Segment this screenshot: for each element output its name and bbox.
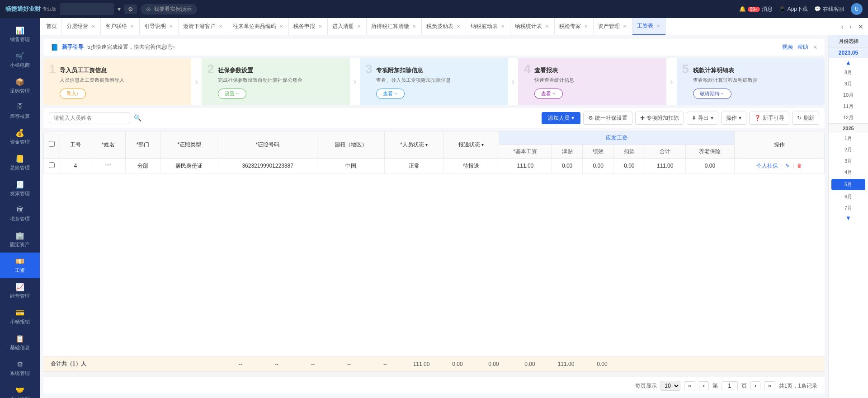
tab-clearance[interactable]: 进入清册 ✕	[328, 18, 367, 35]
sidebar-item-tax[interactable]: 🏛 税务管理	[0, 201, 40, 227]
sidebar-item-ecommerce[interactable]: 🛒 小畅电商	[0, 47, 40, 73]
unified-setting-button[interactable]: ⚙ 统一社保设置	[583, 112, 632, 125]
month-item-4[interactable]: 4月	[829, 167, 868, 178]
tab-invite[interactable]: 邀请下游客户 ✕	[179, 18, 228, 35]
export-button[interactable]: ⬇ 导出 ▾	[687, 112, 718, 125]
tab-close-guide[interactable]: ✕	[168, 23, 174, 29]
app-download-btn[interactable]: 📱 App下载	[779, 5, 808, 13]
tab-close-tax-expert[interactable]: ✕	[583, 23, 589, 29]
sidebar-item-salary[interactable]: 💴 工资	[0, 253, 40, 278]
month-item-7[interactable]: 7月	[829, 202, 868, 214]
tab-salary[interactable]: 工资表 ✕	[632, 18, 666, 35]
settings-icon[interactable]: ⚙	[124, 5, 137, 14]
sidebar-item-assets[interactable]: 🏢 固定资产	[0, 227, 40, 253]
prev-page-btn[interactable]: ‹	[699, 381, 709, 390]
sidebar-item-finance[interactable]: 💰 资金管理	[0, 124, 40, 150]
tab-client[interactable]: 客户联络 ✕	[101, 18, 140, 35]
avatar[interactable]: U	[851, 3, 863, 15]
sidebar-item-system[interactable]: ⚙ 系统管理	[0, 356, 40, 381]
sidebar-item-ledger[interactable]: 📒 总账管理	[0, 150, 40, 176]
step-1-btn[interactable]: 导入↑	[60, 89, 86, 99]
demo-link[interactable]: ⊙ 我要看实例演示	[141, 4, 197, 14]
step-4-btn[interactable]: 查看→	[534, 89, 563, 99]
tab-assets[interactable]: 资产管理 ✕	[594, 18, 632, 35]
next-page-btn[interactable]: ›	[750, 381, 760, 390]
month-item-5-active[interactable]: 5月	[831, 179, 865, 190]
tab-income-tax[interactable]: 所得税汇算清缴 ✕	[367, 18, 422, 35]
sidebar-item-operations[interactable]: 📈 经营管理	[0, 278, 40, 304]
intro-close-btn[interactable]: ✕	[813, 44, 817, 51]
step-3-btn[interactable]: 查看→	[376, 89, 405, 99]
tab-close-clearance[interactable]: ✕	[356, 23, 362, 29]
tab-tax-wave[interactable]: 纳税波动表 ✕	[466, 18, 510, 35]
table-scroll[interactable]: 工号 *姓名 *部门 *证照类型 *证照号码 国籍（地区） *人员状态 ▾ 报送…	[43, 131, 825, 356]
intro-help-btn[interactable]: 帮助	[797, 43, 808, 51]
tab-close-assets[interactable]: ✕	[622, 23, 627, 29]
row-action-personal[interactable]: 个人社保	[756, 163, 778, 169]
month-item-12[interactable]: 12月	[829, 112, 868, 123]
add-person-button[interactable]: 添加人员 ▾	[542, 112, 580, 124]
company-selector[interactable]	[60, 3, 114, 15]
step-5-btn[interactable]: 敬请期待→	[693, 89, 731, 99]
online-service-btn[interactable]: 💬 在线客服	[814, 5, 844, 13]
tab-scroll-left[interactable]: ‹	[839, 22, 846, 31]
page-number-input[interactable]	[722, 381, 738, 390]
sidebar-item-sales[interactable]: 📊 销售管理	[0, 22, 40, 47]
refresh-button[interactable]: ↻ 刷新	[792, 112, 819, 125]
month-item-11[interactable]: 11月	[829, 101, 868, 112]
tab-close-tax-burden[interactable]: ✕	[456, 23, 461, 29]
tab-close-income-tax[interactable]: ✕	[411, 23, 417, 29]
sidebar-item-basic[interactable]: 📋 基础信息	[0, 330, 40, 356]
tab-close-tax-report[interactable]: ✕	[317, 23, 323, 29]
tab-home[interactable]: 首页	[42, 18, 62, 35]
row-checkbox[interactable]	[49, 162, 55, 168]
tab-scroll-right[interactable]: ›	[847, 22, 854, 31]
per-page-select[interactable]: 10 20 50	[660, 381, 680, 391]
horizontal-scrollbar[interactable]	[43, 371, 825, 377]
step-2-btn[interactable]: 设置→	[218, 89, 246, 99]
row-action-delete[interactable]: 🗑	[797, 163, 802, 169]
sidebar-item-inventory[interactable]: 🗄 库存核算	[0, 99, 40, 124]
tab-tax-burden[interactable]: 税负波动表 ✕	[422, 18, 466, 35]
search-input[interactable]	[49, 112, 130, 123]
tab-tax-expert[interactable]: 税检专家 ✕	[555, 18, 594, 35]
month-item-1[interactable]: 1月	[829, 133, 868, 144]
special-deduction-button[interactable]: ✚ 专项附加扣除	[635, 112, 684, 125]
search-button[interactable]: 🔍	[134, 114, 142, 122]
th-checkbox[interactable]	[44, 131, 60, 158]
tab-close-invite[interactable]: ✕	[218, 23, 223, 29]
notification-btn[interactable]: 🔔 99+ 99+ 消息	[739, 5, 773, 13]
last-page-btn[interactable]: »	[764, 381, 775, 390]
select-all-checkbox[interactable]	[49, 141, 55, 147]
sidebar-item-invoice[interactable]: 🧾 发票管理	[0, 176, 40, 201]
tab-tax-report[interactable]: 税务申报 ✕	[289, 18, 328, 35]
sidebar-item-collab[interactable]: 🤝 企业协同	[0, 381, 40, 398]
tab-close-product-code[interactable]: ✕	[278, 23, 284, 29]
tab-tax-stats[interactable]: 纳税统计表 ✕	[510, 18, 555, 35]
tab-close-salary[interactable]: ✕	[656, 23, 661, 29]
guide-button[interactable]: ❓ 新手引导	[749, 112, 789, 125]
sidebar-item-purchase[interactable]: 📦 采购管理	[0, 73, 40, 99]
tab-close-client[interactable]: ✕	[129, 23, 135, 29]
company-dropdown-icon[interactable]: ▾	[118, 5, 121, 13]
row-checkbox-cell[interactable]	[44, 158, 60, 173]
sidebar-item-expense[interactable]: 💳 小畅报销	[0, 304, 40, 330]
row-action-edit[interactable]: ✎	[785, 163, 790, 169]
tab-close-tax-stats[interactable]: ✕	[544, 23, 550, 29]
month-item-2[interactable]: 2月	[829, 144, 868, 155]
tab-product-code[interactable]: 往来单位商品编码 ✕	[228, 18, 289, 35]
tab-guide[interactable]: 引导说明 ✕	[140, 18, 179, 35]
tab-close-layered[interactable]: ✕	[90, 23, 96, 29]
month-item-10[interactable]: 10月	[829, 89, 868, 101]
month-item-3[interactable]: 3月	[829, 155, 868, 167]
tab-layered[interactable]: 分层经营 ✕	[62, 18, 101, 35]
first-page-btn[interactable]: «	[684, 381, 695, 390]
tab-close-tax-wave[interactable]: ✕	[500, 23, 505, 29]
month-item-6[interactable]: 6月	[829, 191, 868, 202]
month-down-arrow[interactable]: ▼	[829, 214, 868, 222]
intro-video-btn[interactable]: 视频	[782, 43, 793, 51]
month-item-9[interactable]: 9月	[829, 78, 868, 89]
operation-button[interactable]: 操作 ▾	[721, 112, 746, 125]
tab-close-all[interactable]: ✕	[855, 22, 866, 31]
month-up-arrow[interactable]: ▲	[829, 58, 868, 67]
